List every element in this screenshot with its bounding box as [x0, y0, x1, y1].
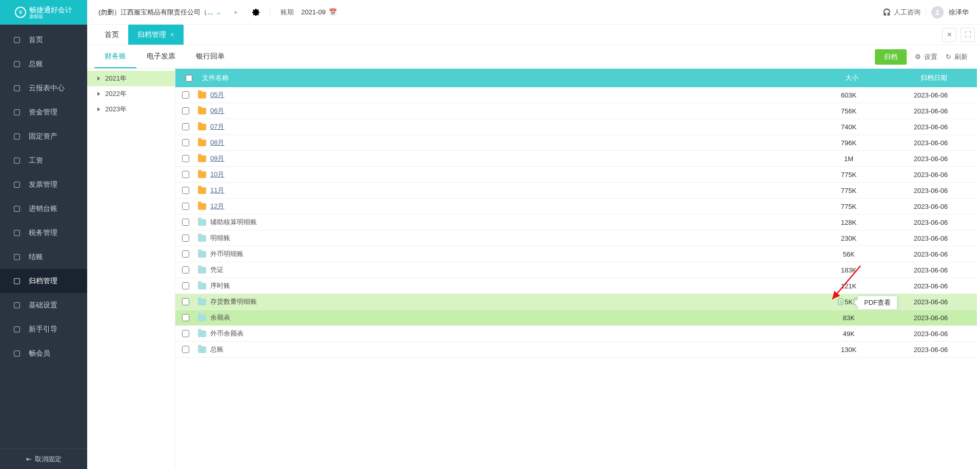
table-row[interactable]: 辅助核算明细账128K2023-06-06 — [175, 214, 977, 230]
sidebar-item-home[interactable]: 首页 — [0, 28, 87, 52]
row-checkbox[interactable] — [182, 266, 189, 273]
archive-button[interactable]: 归档 — [875, 49, 907, 65]
table-row[interactable]: 06月756K2023-06-06 — [175, 103, 977, 119]
row-checkbox[interactable] — [182, 250, 189, 258]
gear-icon[interactable] — [249, 6, 263, 19]
archive-date: 2023-06-06 — [885, 123, 977, 131]
close-all-button[interactable]: ✕ — [942, 28, 956, 42]
period-picker[interactable]: 2021-09 📅 — [301, 8, 337, 16]
table-row[interactable]: 序时账121K2023-06-06 — [175, 278, 977, 294]
table-row[interactable]: 08月796K2023-06-06 — [175, 135, 977, 151]
file-name-link[interactable]: 11月 — [210, 186, 224, 195]
sidebar-item-settings[interactable]: 基础设置 — [0, 293, 87, 317]
row-checkbox[interactable] — [182, 219, 189, 226]
year-tree: 2021年2022年2023年 — [87, 69, 175, 469]
archive-date: 2023-06-06 — [885, 298, 977, 306]
file-name-link[interactable]: 06月 — [210, 106, 224, 115]
col-size[interactable]: 大小 — [813, 73, 885, 83]
svg-rect-5 — [14, 158, 20, 163]
sidebar-item-payroll[interactable]: 工资 — [0, 148, 87, 172]
sidebar-item-ledger[interactable]: 总账 — [0, 52, 87, 76]
inventory-icon — [12, 204, 22, 213]
sidebar-item-close-book[interactable]: 结账 — [0, 245, 87, 269]
sidebar-item-asset[interactable]: 固定资产 — [0, 124, 87, 148]
file-icon — [198, 283, 206, 289]
file-name-link[interactable]: 10月 — [210, 170, 224, 179]
table-row[interactable]: 余额表83K2023-06-06 — [175, 310, 977, 326]
folder-icon — [198, 108, 206, 114]
file-name-link[interactable]: 09月 — [210, 154, 224, 163]
row-checkbox[interactable] — [182, 123, 189, 130]
row-checkbox[interactable] — [182, 107, 189, 114]
row-checkbox[interactable] — [182, 171, 189, 178]
tree-year-label: 2021年 — [105, 74, 127, 83]
col-date[interactable]: 归档日期 — [885, 73, 977, 83]
row-checkbox[interactable] — [182, 155, 189, 162]
row-checkbox[interactable] — [182, 298, 189, 305]
file-name: 总账 — [210, 345, 224, 354]
table-row[interactable]: 10月775K2023-06-06 — [175, 167, 977, 183]
table-row[interactable]: 07月740K2023-06-06 — [175, 119, 977, 135]
excel-download-icon[interactable] — [836, 297, 846, 307]
table-row[interactable]: 存货数量明细账5K2023-06-06PDF查看 — [175, 294, 977, 310]
file-size: 130K — [813, 346, 885, 354]
row-checkbox[interactable] — [182, 91, 189, 99]
sidebar-item-wallet[interactable]: 资金管理 — [0, 100, 87, 124]
subtab-银行回单[interactable]: 银行回单 — [186, 45, 235, 68]
settings-icon — [12, 301, 22, 310]
file-name-link[interactable]: 07月 — [210, 122, 224, 131]
sidebar-item-invoice[interactable]: 发票管理 — [0, 172, 87, 197]
table-row[interactable]: 外币余额表49K2023-06-06 — [175, 326, 977, 342]
table-row[interactable]: 凭证183K2023-06-06 — [175, 262, 977, 278]
subtab-电子发票[interactable]: 电子发票 — [136, 45, 186, 68]
file-name-link[interactable]: 12月 — [210, 202, 224, 211]
sidebar-item-tax[interactable]: 税务管理 — [0, 221, 87, 245]
tree-year[interactable]: 2023年 — [87, 102, 175, 117]
sidebar-item-chart[interactable]: 云报表中心 — [0, 76, 87, 100]
col-name[interactable]: 文件名称 — [196, 73, 813, 83]
unpin-button[interactable]: ⇤ 取消固定 — [0, 448, 87, 469]
table-row[interactable]: 总账130K2023-06-06 — [175, 342, 977, 358]
username[interactable]: 徐泽华 — [949, 8, 969, 17]
main: (勿删）江西服宝精品有限责任公司（... ⌄ ＋ 账期 2021-09 📅 🎧 … — [87, 0, 980, 469]
settings-button[interactable]: ⚙ 设置 — [915, 52, 937, 62]
company-selector[interactable]: (勿删）江西服宝精品有限责任公司（... ⌄ — [98, 8, 222, 17]
row-checkbox[interactable] — [182, 346, 189, 353]
divider — [926, 8, 926, 17]
row-checkbox[interactable] — [182, 282, 189, 289]
table-row[interactable]: 外币明细账56K2023-06-06 — [175, 246, 977, 262]
table-row[interactable]: 12月775K2023-06-06 — [175, 199, 977, 214]
row-checkbox[interactable] — [182, 187, 189, 194]
file-icon — [198, 235, 206, 242]
table-row[interactable]: 明细账230K2023-06-06 — [175, 230, 977, 246]
fullscreen-button[interactable]: ⛶ — [961, 28, 975, 42]
tab-首页[interactable]: 首页 — [95, 25, 128, 45]
sidebar-item-archive[interactable]: 归档管理 — [0, 269, 87, 293]
tab-归档管理[interactable]: 归档管理× — [128, 25, 184, 45]
row-checkbox[interactable] — [182, 139, 189, 146]
sidebar-item-label: 首页 — [29, 35, 43, 45]
row-checkbox[interactable] — [182, 314, 189, 321]
subtab-财务账[interactable]: 财务账 — [94, 45, 136, 68]
avatar[interactable] — [931, 6, 944, 18]
select-all-checkbox[interactable] — [186, 75, 192, 82]
refresh-button[interactable]: ↻ 刷新 — [946, 52, 968, 62]
sidebar-item-label: 畅会员 — [29, 349, 50, 358]
sidebar-item-guide[interactable]: 新手引导 — [0, 317, 87, 341]
table-row[interactable]: 05月603K2023-06-06 — [175, 87, 977, 103]
tree-year[interactable]: 2022年 — [87, 86, 175, 102]
close-icon[interactable]: × — [170, 31, 174, 38]
sidebar-item-member[interactable]: 畅会员 — [0, 341, 87, 365]
tree-year[interactable]: 2021年 — [87, 71, 175, 86]
sidebar-item-inventory[interactable]: 进销台账 — [0, 197, 87, 221]
file-name-link[interactable]: 05月 — [210, 90, 224, 100]
table-row[interactable]: 09月1M2023-06-06 — [175, 151, 977, 167]
add-button[interactable]: ＋ — [229, 6, 242, 19]
pdf-view-tooltip: PDF查看 — [857, 296, 897, 310]
table-row[interactable]: 11月775K2023-06-06 — [175, 183, 977, 199]
file-name-link[interactable]: 08月 — [210, 138, 224, 147]
row-checkbox[interactable] — [182, 234, 189, 242]
support-button[interactable]: 🎧 人工咨询 — [883, 8, 921, 17]
row-checkbox[interactable] — [182, 203, 189, 210]
row-checkbox[interactable] — [182, 330, 189, 337]
